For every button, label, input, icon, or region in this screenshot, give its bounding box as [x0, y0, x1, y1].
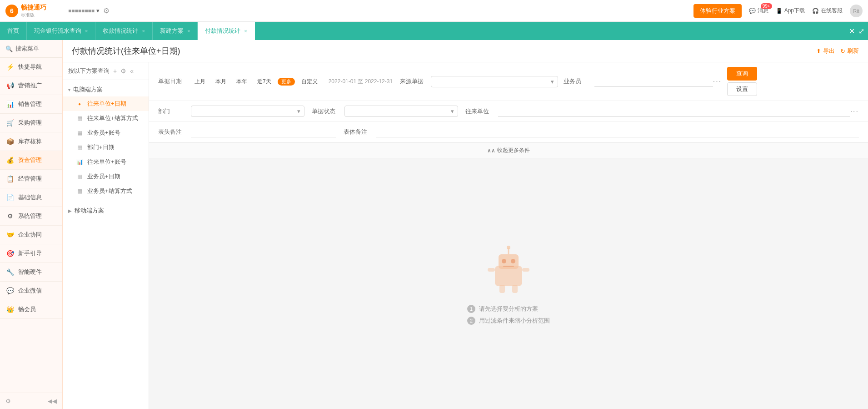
scheme-section-pc-title[interactable]: ▾ 电脑端方案: [63, 83, 149, 96]
collapse-bar[interactable]: ∧∧ 收起更多条件: [149, 142, 868, 158]
tab-new-scheme[interactable]: 新建方案 ×: [153, 22, 198, 40]
tab-controls: ✕ ⤢: [845, 27, 868, 35]
sidebar-item-guide[interactable]: 🎯 新手引导: [0, 244, 62, 263]
inventory-icon: 📦: [5, 137, 15, 146]
member-icon: 👑: [5, 305, 15, 314]
trial-button[interactable]: 体验行业方案: [693, 4, 742, 18]
scheme-item-staff-account[interactable]: ▦ 业务员+账号: [63, 126, 149, 140]
sidebar-label-sales: 销售管理: [18, 100, 42, 108]
main-layout: 🔍 搜索菜单 ⚡ 快捷导航 📢 营销推广 📊 销售管理 🛒 采购管理 📦 库存核…: [0, 40, 868, 409]
tab-home-label: 首页: [7, 27, 19, 35]
date-options: 上月 本月 本年 近7天 更多 自定义: [191, 77, 321, 86]
scheme-item-staff-date[interactable]: ▦ 业务员+日期: [63, 169, 149, 184]
filter-row-3: 表头备注 表体备注: [149, 122, 868, 142]
date-option-this-month[interactable]: 本月: [212, 77, 230, 86]
scheme-item-dept-date[interactable]: ▦ 部门+日期: [63, 140, 149, 155]
header-note-input[interactable]: [191, 126, 336, 137]
sidebar-item-marketing[interactable]: 📢 营销推广: [0, 76, 62, 95]
tab-new-scheme-close[interactable]: ×: [187, 28, 190, 34]
body-note-input[interactable]: [376, 126, 859, 137]
scheme-item-partner-account[interactable]: 📊 往来单位+账号: [63, 155, 149, 169]
online-service-item[interactable]: 🎧 在线客服: [812, 7, 843, 15]
sidebar-search[interactable]: 🔍 搜索菜单: [0, 40, 62, 58]
tab-payment-stats[interactable]: 付款情况统计 ×: [198, 22, 254, 40]
messages-item[interactable]: 💬 消息 99+: [749, 7, 768, 15]
sidebar-item-enterprise[interactable]: 🤝 企业协同: [0, 226, 62, 244]
scheme-item-partner-settle-label: 往来单位+结算方式: [87, 114, 138, 122]
tab-bank-flow[interactable]: 现金银行流水查询 ×: [27, 22, 95, 40]
sidebar-item-operation[interactable]: 📋 经营管理: [0, 170, 62, 188]
basic-info-icon: 📄: [5, 193, 15, 202]
status-select[interactable]: ▾: [344, 106, 458, 117]
scheme-item-partner-date-label: 往来单位+日期: [87, 100, 126, 108]
date-option-more[interactable]: 更多: [278, 78, 295, 86]
sidebar-label-wechat: 企业微信: [18, 287, 42, 295]
partner-dots-icon[interactable]: ···: [850, 107, 859, 116]
chevron-up-icon: ∧∧: [487, 147, 495, 154]
sidebar-item-system[interactable]: ⚙ 系统管理: [0, 207, 62, 226]
date-option-custom[interactable]: 自定义: [298, 77, 321, 86]
page-title: 付款情况统计(往来单位+日期): [72, 45, 180, 56]
staff-input[interactable]: [594, 76, 713, 87]
dept-select[interactable]: ▾: [191, 106, 304, 117]
sidebar-item-finance[interactable]: 💰 资金管理: [0, 151, 62, 170]
refresh-link[interactable]: ↻ 刷新: [840, 47, 859, 55]
sidebar-item-inventory[interactable]: 📦 库存核算: [0, 132, 62, 151]
tab-home[interactable]: 首页: [0, 22, 27, 40]
scheme-item-staff-settle[interactable]: ▦ 业务员+结算方式: [63, 184, 149, 198]
tab-payment-stats-close[interactable]: ×: [244, 28, 247, 34]
partner-label: 往来单位: [465, 107, 491, 116]
marketing-icon: 📢: [5, 81, 15, 90]
close-all-icon[interactable]: ✕: [849, 27, 855, 35]
scheme-setting-btn[interactable]: ⚙: [120, 67, 126, 75]
sidebar-label-guide: 新手引导: [18, 249, 42, 258]
robot-svg: [481, 243, 536, 298]
scheme-item-partner-settle[interactable]: ▦ 往来单位+结算方式: [63, 111, 149, 126]
user-avatar[interactable]: Rit: [850, 5, 863, 17]
source-select[interactable]: ▾: [431, 76, 558, 87]
scheme-grid-icon-3: ▦: [75, 143, 84, 151]
staff-dots-icon[interactable]: ···: [713, 77, 722, 86]
setting-button[interactable]: 设置: [727, 82, 757, 96]
finance-icon: 💰: [5, 156, 15, 165]
filter-row1-right: 来源单据 ▾ 业务员 ··· 查询: [400, 67, 859, 96]
app-download-item[interactable]: 📱 App下载: [776, 7, 805, 15]
empty-tips: 1 请先选择要分析的方案 2 用过滤条件来缩小分析范围: [467, 305, 550, 325]
date-option-last-month[interactable]: 上月: [191, 77, 209, 86]
settings-icon[interactable]: ⚙: [103, 6, 110, 15]
sidebar-item-quick-nav[interactable]: ⚡ 快捷导航: [0, 58, 62, 76]
settings-bottom-icon[interactable]: ⚙: [5, 398, 11, 404]
scheme-collapse-btn[interactable]: «: [130, 67, 134, 75]
tab-payment-stats-label: 付款情况统计: [205, 27, 240, 35]
tab-receipt-stats[interactable]: 收款情况统计 ×: [95, 22, 152, 40]
expand-icon[interactable]: ⤢: [858, 27, 864, 35]
svg-rect-4: [503, 266, 514, 267]
sidebar-label-member: 畅会员: [18, 305, 36, 313]
purchase-icon: 🛒: [5, 118, 15, 127]
sidebar-item-sales[interactable]: 📊 销售管理: [0, 95, 62, 114]
collapse-sidebar-icon[interactable]: ◀◀: [48, 398, 57, 404]
sales-icon: 📊: [5, 100, 15, 109]
guide-icon: 🎯: [5, 249, 15, 258]
sidebar-item-member[interactable]: 👑 畅会员: [0, 300, 62, 319]
partner-input[interactable]: [498, 106, 850, 117]
scheme-item-partner-date[interactable]: ● 往来单位+日期: [63, 96, 149, 111]
download-icon: 📱: [776, 8, 783, 14]
sidebar-item-wechat[interactable]: 💬 企业微信: [0, 282, 62, 300]
sidebar-item-purchase[interactable]: 🛒 采购管理: [0, 114, 62, 132]
date-option-this-year[interactable]: 本年: [233, 77, 251, 86]
query-button[interactable]: 查询: [727, 67, 757, 81]
date-range-text: 2022-01-01 至 2022-12-31: [329, 78, 393, 86]
sidebar-item-hardware[interactable]: 🔧 智能硬件: [0, 263, 62, 282]
sidebar-item-basic-info[interactable]: 📄 基础信息: [0, 188, 62, 207]
dept-label: 部门: [158, 107, 184, 116]
workspace-selector[interactable]: ■■■■■■■■ ▾: [68, 7, 100, 14]
right-content: 单据日期 上月 本月 本年 近7天 更多 自定义 2022-01-01 至 20…: [149, 62, 868, 409]
tab-receipt-stats-close[interactable]: ×: [142, 28, 145, 34]
tab-bank-flow-close[interactable]: ×: [85, 28, 88, 34]
date-option-7days[interactable]: 近7天: [254, 77, 275, 86]
export-link[interactable]: ⬆ 导出: [816, 47, 835, 55]
scheme-add-btn[interactable]: +: [113, 67, 117, 75]
header-actions: 体验行业方案 💬 消息 99+ 📱 App下载 🎧 在线客服 Rit: [693, 4, 863, 18]
scheme-section-mobile-title[interactable]: ▶ 移动端方案: [63, 204, 149, 217]
